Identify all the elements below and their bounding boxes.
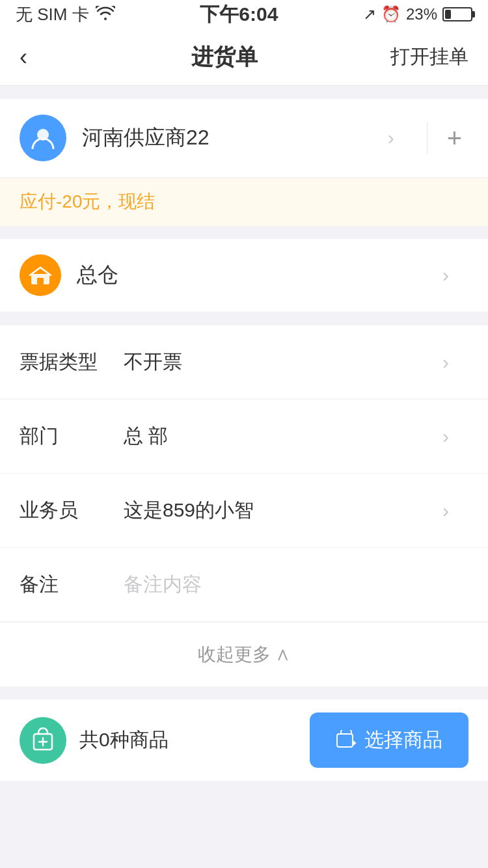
product-count-label: 共0种商品 [79, 727, 297, 753]
salesperson-row[interactable]: 业务员 这是859的小智 › [0, 474, 488, 548]
remark-label: 备注 [20, 571, 111, 598]
collapse-bar[interactable]: 收起更多 ∧ [0, 622, 488, 686]
invoice-type-chevron-icon: › [442, 351, 449, 373]
department-value: 总 部 [111, 423, 442, 450]
page-title: 进货单 [191, 42, 258, 72]
form-section: 票据类型 不开票 › 部门 总 部 › 业务员 这是859的小智 › 备注 备注… [0, 325, 488, 621]
select-product-button[interactable]: 选择商品 [310, 712, 468, 768]
add-supplier-button[interactable]: + [441, 124, 468, 153]
wifi-icon [96, 5, 115, 25]
notice-bar: 应付-20元，现结 [0, 178, 488, 226]
product-icon [20, 717, 66, 764]
status-bar: 无 SIM 卡 下午6:04 ↗ ⏰ 23% [0, 0, 488, 29]
collapse-label: 收起更多 ∧ [198, 644, 291, 664]
department-row[interactable]: 部门 总 部 › [0, 400, 488, 474]
warehouse-name: 总仓 [77, 261, 442, 290]
status-right: ↗ ⏰ 23% [363, 5, 472, 23]
battery-percent: 23% [406, 5, 437, 23]
alarm-icon: ⏰ [381, 5, 401, 23]
svg-rect-2 [37, 278, 44, 284]
status-left: 无 SIM 卡 [16, 3, 115, 26]
notice-text: 应付-20元，现结 [20, 191, 155, 211]
carrier-label: 无 SIM 卡 [16, 3, 89, 26]
warehouse-icon [20, 254, 61, 296]
salesperson-label: 业务员 [20, 497, 111, 524]
bottom-bar: 共0种商品 选择商品 [0, 699, 488, 781]
invoice-type-label: 票据类型 [20, 349, 111, 375]
remark-value[interactable]: 备注内容 [111, 571, 468, 598]
invoice-type-value: 不开票 [111, 349, 442, 375]
invoice-type-row[interactable]: 票据类型 不开票 › [0, 325, 488, 400]
supplier-name: 河南供应商22 [82, 124, 388, 152]
page-background [0, 781, 488, 868]
nav-bar: ‹ 进货单 打开挂单 [0, 29, 488, 86]
remark-row[interactable]: 备注 备注内容 [0, 548, 488, 621]
department-chevron-icon: › [442, 426, 449, 448]
supplier-row[interactable]: 河南供应商22 › + [0, 99, 488, 178]
department-label: 部门 [20, 423, 111, 450]
supplier-section: 河南供应商22 › + 应付-20元，现结 [0, 99, 488, 226]
supplier-avatar [20, 115, 66, 161]
battery-icon [442, 7, 472, 21]
select-product-label: 选择商品 [364, 727, 442, 753]
back-button[interactable]: ‹ [20, 44, 59, 71]
section-gap-1 [0, 86, 488, 99]
salesperson-value: 这是859的小智 [111, 497, 442, 524]
warehouse-chevron-icon: › [442, 264, 449, 286]
supplier-chevron-icon: › [388, 127, 394, 149]
vertical-divider [427, 122, 427, 154]
time-label: 下午6:04 [200, 1, 278, 28]
location-icon: ↗ [363, 5, 376, 23]
salesperson-chevron-icon: › [442, 500, 449, 522]
svg-rect-4 [337, 734, 353, 747]
warehouse-row[interactable]: 总仓 › [0, 239, 488, 312]
open-pending-button[interactable]: 打开挂单 [390, 44, 468, 70]
